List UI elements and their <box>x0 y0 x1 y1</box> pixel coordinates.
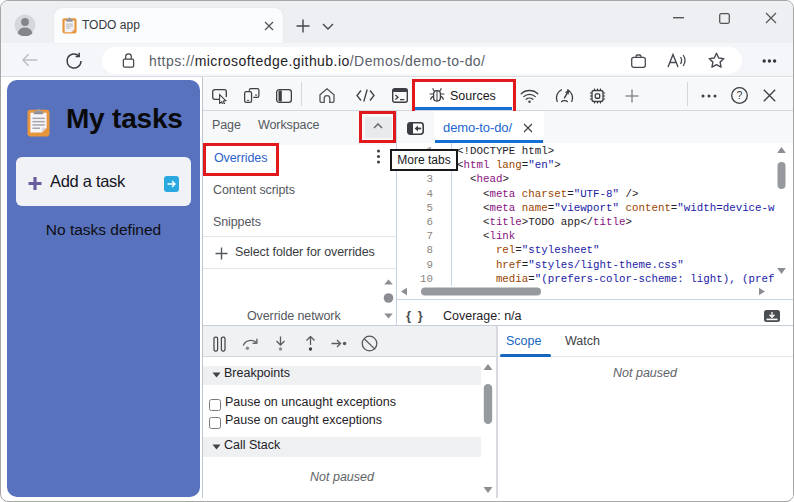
svg-text:?: ? <box>737 89 743 101</box>
